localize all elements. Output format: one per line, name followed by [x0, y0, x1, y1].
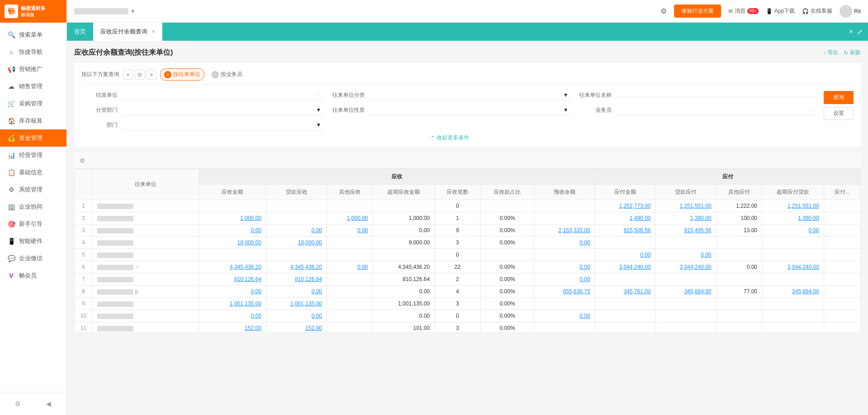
- table-scroll-area[interactable]: 往来单位 应收 应付 应收金额 贷款应收 其他应收 超期应收金额 应收笔数 应收…: [74, 169, 861, 332]
- partner-name-label: 往来单位名称: [576, 91, 612, 99]
- sidebar-item-wechat[interactable]: 💬 企业微信: [0, 250, 66, 267]
- filter-fields: 结算单位 ··· 往来单位分类 ▼ 往来单位名称: [81, 90, 818, 142]
- scheme-by-salesman[interactable]: ⊙ 按业务员: [208, 69, 246, 80]
- dropdown-icon4: ▼: [316, 122, 321, 128]
- sidebar-item-smarthw[interactable]: 📱 智能硬件: [0, 233, 66, 250]
- sidebar-collapse-button[interactable]: ◀: [35, 397, 62, 410]
- sidebar-bottom: ⚙ ◀: [0, 392, 66, 415]
- col-overdue-recv: 超期应收金额: [373, 185, 434, 200]
- wechat-icon: 💬: [7, 255, 15, 262]
- cell-rownum: 2: [75, 212, 93, 224]
- sidebar-item-marketing[interactable]: 📢 营销推广: [0, 61, 66, 78]
- cell-rownum: 9: [75, 298, 93, 310]
- table-toolbar: ⚙: [74, 153, 861, 169]
- page-header: 应收应付余额查询(按往来单位) ↑ 导出 ↻ 刷新: [74, 48, 861, 57]
- partner-category-select[interactable]: ▼: [368, 90, 571, 100]
- cell-rownum: 11: [75, 322, 93, 332]
- col-pay-more: 应付...: [824, 185, 860, 200]
- main-area: ▼ ⚙ 体验行业方案 ✉ 消息 99+ 📱 App下载 🎧 在线客服 Rit: [67, 0, 868, 415]
- refresh-button[interactable]: ↻ 刷新: [844, 49, 861, 57]
- scheme-action-btns: + ⊙ «: [123, 70, 156, 80]
- table-row: 9 1,001,135.00 1,001,135.00 1,001,135.00…: [75, 298, 861, 310]
- operation-icon: 📊: [7, 152, 15, 159]
- scheme-salesman-icon: ⊙: [212, 71, 219, 78]
- page-title: 应收应付余额查询(按往来单位): [74, 48, 173, 57]
- filter-row-3: 部门 ▼: [81, 120, 818, 130]
- table-settings-icon[interactable]: ⚙: [80, 157, 85, 164]
- cell-partner-8: [93, 298, 199, 310]
- sidebar-item-enterprise[interactable]: 🏢 企业协同: [0, 198, 66, 215]
- cell-rownum: 8: [75, 286, 93, 298]
- breadcrumb-text: [74, 8, 128, 14]
- scheme-label: 按以下方案查询: [81, 71, 119, 78]
- settlement-unit-label: 结算单位: [81, 91, 118, 99]
- industry-btn[interactable]: 体验行业方案: [674, 5, 721, 18]
- add-scheme-button[interactable]: +: [123, 70, 133, 80]
- tab-home[interactable]: 首页: [67, 23, 93, 41]
- cell-partner-2: [93, 224, 199, 237]
- more-conditions-btn[interactable]: ⌃ 收起更多条件: [81, 134, 818, 142]
- department-select[interactable]: ▼: [121, 120, 324, 130]
- col-other-recv: 其他应收: [327, 185, 373, 200]
- col-other-pay: 其他应付: [716, 185, 762, 200]
- sidebar-item-search[interactable]: 🔍 搜索菜单: [0, 26, 66, 43]
- sysmanage-icon: ⚙: [7, 186, 15, 193]
- partner-name-input[interactable]: [615, 93, 818, 97]
- sidebar-item-operation[interactable]: 📊 经营管理: [0, 147, 66, 164]
- cell-partner-5: ~: [93, 261, 199, 273]
- enterprise-icon: 🏢: [7, 203, 15, 210]
- window-expand-icon[interactable]: ⤢: [857, 28, 863, 36]
- cell-partner-9: [93, 310, 199, 322]
- sidebar-item-newguide[interactable]: 🎯 新手引导: [0, 215, 66, 233]
- marketing-icon: 📢: [7, 66, 15, 73]
- messages-icon: ✉: [728, 8, 733, 14]
- user-menu[interactable]: Rit: [840, 5, 861, 18]
- partner-category-field: 往来单位分类 ▼: [329, 90, 571, 100]
- sidebar-item-vip[interactable]: V 畅会员: [0, 267, 66, 284]
- settings-button[interactable]: 设置: [824, 107, 854, 120]
- online-service-btn[interactable]: 🎧 在线客服: [802, 7, 832, 15]
- sidebar-item-purchase[interactable]: 🛒 采购管理: [0, 95, 66, 112]
- cell-rownum: 10: [75, 310, 93, 322]
- cell-partner-4: [93, 249, 199, 261]
- cell-rownum: 6: [75, 261, 93, 273]
- sidebar-settings-button[interactable]: ⚙: [5, 397, 32, 410]
- export-button[interactable]: ↑ 导出: [823, 49, 838, 57]
- tab-query[interactable]: 应收应付余额查询 ×: [93, 23, 162, 41]
- collapse-scheme-button[interactable]: «: [146, 70, 156, 80]
- sidebar-item-quicknav[interactable]: ⌂ 快捷导航: [0, 43, 66, 61]
- smarthw-icon: 📱: [7, 238, 15, 245]
- tabbar: 首页 应收应付余额查询 × × ⤢: [67, 23, 868, 41]
- sidebar-item-sales[interactable]: ☁ 销售管理: [0, 78, 66, 95]
- sidebar-item-sysmanage[interactable]: ⚙ 系统管理: [0, 181, 66, 198]
- dept-manager-select[interactable]: ▼: [121, 105, 324, 115]
- export-icon: ↑: [823, 50, 826, 56]
- dropdown-icon: ▼: [563, 92, 568, 98]
- sidebar-item-finance[interactable]: 💰 资金管理: [0, 129, 66, 147]
- table-row: 8 p 0.00 0.00 0.00 4 0.00% 655,636.75 34…: [75, 286, 861, 298]
- col-recv-count: 应收笔数: [434, 185, 481, 200]
- scheme-by-partner[interactable]: ⊙ 按往来单位: [160, 68, 204, 81]
- salesman-input[interactable]: ···: [615, 105, 818, 115]
- col-rownum: [75, 169, 93, 200]
- purchase-icon: 🛒: [7, 100, 15, 107]
- cell-rownum: 1: [75, 200, 93, 212]
- partner-nature-label: 往来单位性质: [329, 106, 365, 114]
- window-close-icon[interactable]: ×: [849, 28, 853, 36]
- col-recv-ratio: 应收款占比: [481, 185, 534, 200]
- messages-btn[interactable]: ✉ 消息 99+: [728, 7, 759, 15]
- tab-close-icon[interactable]: ×: [152, 29, 155, 35]
- app-download-btn[interactable]: 📱 App下载: [766, 7, 795, 15]
- filter-row-2: 分管部门 ▼ 往来单位性质 ▼ 业务员 ···: [81, 105, 818, 115]
- col-advance-bal: 预收余额: [534, 185, 595, 200]
- partner-nature-select[interactable]: ▼: [368, 105, 571, 115]
- topbar-settings-icon[interactable]: ⚙: [660, 7, 667, 15]
- salesman-label: 业务员: [576, 106, 612, 114]
- basicinfo-icon: 📋: [7, 169, 15, 176]
- sidebar-item-inventory[interactable]: 🏠 库存核算: [0, 112, 66, 129]
- sidebar-item-basicinfo[interactable]: 📋 基础信息: [0, 164, 66, 181]
- table-row: 5 0 0.00 0.00: [75, 249, 861, 261]
- settlement-unit-input[interactable]: ···: [121, 90, 324, 100]
- settings-scheme-button[interactable]: ⊙: [135, 70, 145, 80]
- query-button[interactable]: 查询: [824, 91, 854, 104]
